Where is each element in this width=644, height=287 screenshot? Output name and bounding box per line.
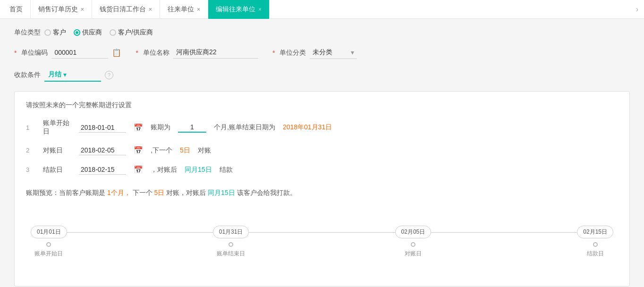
tab-sales-close[interactable]: × [81, 6, 84, 13]
tl-pill-1: 01月31日 [213, 226, 249, 238]
unit-code-input[interactable] [51, 47, 108, 59]
period-desc-suffix-1: 个月,账单结束日期为 [214, 123, 275, 132]
period-num-1: 1 [26, 124, 35, 131]
period-reconcile-date-input[interactable] [79, 145, 126, 155]
unit-name-label: 单位名称 [143, 49, 169, 57]
period-payment-day-highlight: 同月15日 [185, 166, 212, 174]
tab-bar: 首页 销售订单历史 × 钱货日清工作台 × 往来单位 × 编辑往来单位 × › [0, 0, 644, 19]
radio-both-circle [110, 29, 116, 36]
payment-terms-value: 月结 [48, 70, 61, 79]
unit-name-input[interactable] [173, 47, 258, 59]
period-payment-calendar-icon[interactable]: 📅 [134, 165, 143, 174]
period-label-1: 账单开始日 [43, 119, 71, 136]
period-preview-text: 账期预览：当前客户账期是 1个月， 下一个 5日 对账，对账后 同月15日 该客… [26, 184, 618, 202]
period-row-3: 3 结款日 📅 ，对账后 同月15日 结款 [26, 165, 618, 175]
tl-label-1: 账单结束日 [217, 250, 245, 258]
tl-label-0: 账单开始日 [34, 250, 63, 258]
tl-pill-0: 01月01日 [31, 226, 67, 238]
preview-prefix: 账期预览：当前客户账期是 [26, 189, 105, 196]
period-start-calendar-icon[interactable]: 📅 [134, 123, 143, 132]
preview-reconcile-highlight: 5日 [154, 189, 164, 196]
period-end-date-highlight: 2018年01月31日 [283, 123, 332, 132]
tab-cash-work[interactable]: 钱货日清工作台 × [92, 0, 160, 19]
tl-label-3: 结款日 [587, 250, 604, 258]
timeline-node-0: 01月01日 账单开始日 [31, 226, 67, 258]
tl-dot-3 [593, 242, 598, 247]
radio-customer-label: 客户 [53, 28, 66, 37]
period-num-2: 2 [26, 147, 35, 154]
period-box-title: 请按照未来的一个完整帐期进行设置 [26, 101, 618, 110]
preview-reconcile-prefix: 下一个 [133, 189, 153, 196]
tab-expand-button[interactable]: › [630, 5, 644, 14]
preview-pay-highlight: 同月15日 [208, 189, 235, 196]
tab-edit-close[interactable]: × [258, 6, 262, 13]
unit-class-dropdown-icon: ▾ [351, 49, 354, 56]
preview-reconcile-suffix: 对账，对账后 [166, 189, 206, 196]
unit-name-group: * 单位名称 [136, 47, 258, 59]
radio-supplier[interactable]: 供应商 [74, 28, 102, 37]
tl-dot-1 [229, 242, 233, 247]
period-payment-suffix: 结款 [220, 166, 233, 174]
unit-type-row: 单位类型 客户 供应商 客户/供应商 [14, 28, 630, 37]
payment-help-icon[interactable]: ? [105, 71, 113, 79]
tl-label-2: 对账日 [405, 250, 422, 258]
period-reconcile-prefix: ,下一个 [151, 146, 172, 155]
unit-class-label: 单位分类 [280, 49, 306, 57]
required-star-name: * [136, 49, 138, 57]
period-desc-prefix-1: 账期为 [151, 123, 170, 132]
period-month-input[interactable] [178, 122, 206, 133]
period-reconcile-suffix: 对账 [198, 146, 211, 155]
period-start-date-input[interactable] [79, 123, 126, 133]
radio-supplier-circle [74, 29, 80, 36]
period-label-3: 结款日 [43, 166, 71, 174]
payment-terms-select[interactable]: 月结 ▾ [44, 68, 101, 82]
tab-sales-history[interactable]: 销售订单历史 × [31, 0, 92, 19]
timeline-node-3: 02月15日 结款日 [577, 226, 613, 258]
tab-edit-partner[interactable]: 编辑往来单位 × [208, 0, 270, 19]
payment-terms-row: 收款条件 月结 ▾ ? [14, 68, 630, 82]
period-row-2: 2 对账日 📅 ,下一个 5日 对账 [26, 145, 618, 155]
tab-cash-close[interactable]: × [149, 6, 152, 13]
tab-home[interactable]: 首页 [0, 0, 31, 19]
payment-terms-group: 收款条件 月结 ▾ ? [14, 68, 113, 82]
unit-info-row: * 单位编码 📋 * 单位名称 * 单位分类 未分类 ▾ [14, 46, 630, 59]
timeline-container: 01月01日 账单开始日 01月31日 账单结束日 02月05日 对账日 [26, 211, 618, 277]
unit-code-group: * 单位编码 📋 [14, 47, 121, 59]
timeline-nodes: 01月01日 账单开始日 01月31日 账单结束日 02月05日 对账日 [31, 226, 613, 258]
required-star-class: * [272, 49, 275, 57]
timeline-node-1: 01月31日 账单结束日 [213, 226, 249, 258]
unit-type-group: 单位类型 客户 供应商 客户/供应商 [14, 28, 153, 37]
tab-partner-label: 往来单位 [168, 5, 194, 14]
preview-suffix: 该客户会给我打款。 [237, 189, 297, 196]
unit-type-label: 单位类型 [14, 28, 41, 37]
unit-code-label: 单位编码 [21, 49, 48, 57]
tab-home-label: 首页 [9, 5, 23, 14]
radio-customer-circle [44, 29, 51, 36]
period-reconcile-calendar-icon[interactable]: 📅 [134, 146, 143, 155]
radio-customer[interactable]: 客户 [44, 28, 66, 37]
tl-pill-3: 02月15日 [577, 226, 613, 238]
period-row-1: 1 账单开始日 📅 账期为 个月,账单结束日期为 2018年01月31日 [26, 119, 618, 136]
unit-class-group: * 单位分类 未分类 ▾ [272, 46, 357, 59]
period-num-3: 3 [26, 166, 35, 173]
period-reconcile-day-highlight: 5日 [180, 146, 190, 155]
tab-partner-close[interactable]: × [197, 6, 200, 13]
tl-pill-2: 02月05日 [395, 226, 432, 238]
unit-class-select[interactable]: 未分类 ▾ [310, 46, 357, 59]
unit-type-radios: 客户 供应商 客户/供应商 [44, 28, 153, 37]
unit-class-value: 未分类 [313, 48, 349, 57]
tl-dot-0 [46, 242, 51, 247]
period-payment-date-input[interactable] [79, 165, 126, 175]
tab-cash-label: 钱货日清工作台 [100, 5, 146, 14]
tab-partner[interactable]: 往来单位 × [160, 0, 208, 19]
period-label-2: 对账日 [43, 146, 71, 155]
timeline-node-2: 02月05日 对账日 [395, 226, 432, 258]
radio-both[interactable]: 客户/供应商 [110, 28, 153, 37]
payment-dropdown-icon: ▾ [63, 71, 67, 78]
main-content: 单位类型 客户 供应商 客户/供应商 * 单位编码 [0, 19, 644, 287]
tab-sales-label: 销售订单历史 [38, 5, 78, 14]
unit-code-picker-icon[interactable]: 📋 [112, 48, 121, 57]
tl-dot-2 [411, 242, 415, 247]
radio-supplier-label: 供应商 [82, 28, 102, 37]
payment-terms-label: 收款条件 [14, 71, 41, 79]
